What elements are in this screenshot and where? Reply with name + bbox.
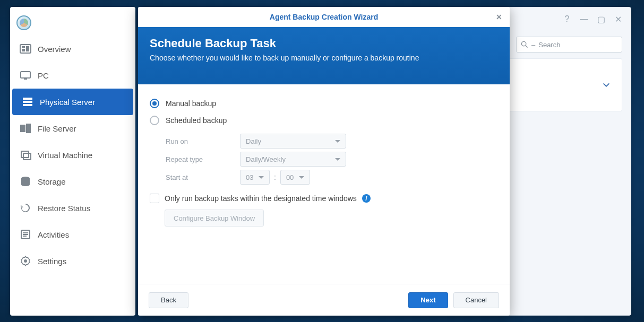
modal-close-button[interactable]: ✕ [494,12,504,22]
sidebar-item-file-server[interactable]: File Server [10,115,135,142]
caret-down-icon [335,140,340,143]
restore-icon [20,203,31,213]
svg-point-19 [521,41,526,46]
back-button[interactable]: Back [149,292,188,308]
modal-title: Agent Backup Creation Wizard [270,13,378,21]
sidebar-item-label: Storage [38,177,66,186]
start-hour-select[interactable]: 03 [240,170,270,185]
caret-down-icon [335,158,340,161]
time-colon: : [274,173,276,181]
modal-footer: Back Next Cancel [138,284,510,316]
activities-icon [20,229,31,240]
modal-banner: Schedule Backup Task Choose whether you … [138,27,510,84]
sidebar-item-virtual-machine[interactable]: Virtual Machine [10,142,135,168]
minimize-icon[interactable]: — [580,15,588,23]
svg-rect-16 [23,234,28,235]
maximize-icon[interactable]: ▢ [597,15,605,23]
server-icon [22,97,33,107]
caret-down-icon [299,176,304,179]
select-value: 03 [246,173,253,181]
sidebar-item-label: PC [38,71,49,80]
radio-unchecked-icon [150,116,159,125]
sidebar-item-activities[interactable]: Activities [10,221,135,248]
svg-rect-1 [22,46,25,48]
button-label: Configure Backup Window [174,214,255,222]
sidebar-item-label: Virtual Machine [38,151,92,160]
checkbox-label: Only run backup tasks within the designa… [165,194,357,203]
sidebar: Overview PC Physical Server File Server [10,7,135,316]
select-value: Daily [246,137,261,145]
svg-line-20 [526,46,528,48]
radio-checked-icon [150,99,159,108]
search-input[interactable]: – Search [516,37,622,53]
radio-manual-backup[interactable]: Manual backup [150,95,498,112]
svg-rect-9 [20,125,25,132]
sidebar-item-overview[interactable]: Overview [10,36,135,62]
select-value: 00 [286,173,294,181]
svg-rect-8 [23,104,32,106]
sidebar-item-label: Physical Server [40,98,95,107]
search-icon [521,41,528,48]
svg-rect-10 [26,124,31,133]
modal-subheading: Choose whether you would like to back up… [150,54,498,62]
svg-point-18 [24,259,27,263]
vm-icon [20,150,31,160]
sidebar-item-label: Overview [38,45,71,54]
svg-rect-4 [21,72,30,78]
next-button[interactable]: Next [408,292,448,308]
svg-rect-11 [21,151,29,158]
repeat-type-select[interactable]: Daily/Weekly [240,152,346,167]
dashboard-icon [20,43,31,54]
sidebar-nav: Overview PC Physical Server File Server [10,36,135,274]
sidebar-item-physical-server[interactable]: Physical Server [12,89,133,115]
chevron-down-icon [602,80,611,90]
modal-body: Manual backup Scheduled backup Run on Da… [138,84,510,284]
search-placeholder: Search [538,41,560,49]
svg-rect-17 [23,236,27,237]
svg-rect-12 [23,153,31,160]
modal-titlebar: Agent Backup Creation Wizard ✕ [138,7,510,27]
close-icon[interactable]: ✕ [614,15,622,23]
sidebar-item-restore-status[interactable]: Restore Status [10,195,135,221]
svg-rect-15 [23,232,28,233]
info-icon[interactable]: i [362,194,371,203]
app-icon [16,15,31,30]
cancel-button[interactable]: Cancel [453,292,499,308]
pc-icon [20,70,31,81]
checkbox-unchecked-icon [150,194,159,203]
start-at-label: Start at [166,173,240,181]
help-icon[interactable]: ? [563,15,571,23]
button-label: Next [420,296,435,304]
sidebar-item-label: Activities [38,230,69,239]
radio-label: Scheduled backup [166,116,227,125]
button-label: Back [161,296,176,304]
modal-heading: Schedule Backup Task [150,37,498,50]
sidebar-item-label: File Server [38,124,76,133]
sidebar-item-storage[interactable]: Storage [10,168,135,195]
sidebar-item-label: Restore Status [38,204,90,213]
repeat-type-label: Repeat type [166,155,240,163]
svg-rect-5 [24,79,27,80]
schedule-options: Run on Daily Repeat type Daily/Weekly St… [166,132,498,186]
storage-icon [20,176,31,187]
caret-down-icon [259,176,264,179]
sidebar-item-pc[interactable]: PC [10,62,135,89]
svg-rect-7 [23,101,32,103]
file-server-icon [20,123,31,134]
radio-scheduled-backup[interactable]: Scheduled backup [150,112,498,129]
svg-rect-6 [23,98,32,100]
run-on-label: Run on [166,137,240,145]
run-on-select[interactable]: Daily [240,134,346,149]
only-window-checkbox-row[interactable]: Only run backup tasks within the designa… [150,194,498,203]
radio-label: Manual backup [166,99,216,108]
sidebar-item-settings[interactable]: Settings [10,248,135,274]
button-label: Cancel [466,296,487,304]
svg-rect-3 [26,46,29,51]
select-value: Daily/Weekly [246,155,286,163]
sidebar-item-label: Settings [38,257,66,266]
start-minute-select[interactable]: 00 [280,170,310,185]
svg-rect-2 [22,49,25,51]
configure-backup-window-button[interactable]: Configure Backup Window [165,210,264,227]
wizard-modal: Agent Backup Creation Wizard ✕ Schedule … [138,7,510,316]
gear-icon [20,256,31,266]
